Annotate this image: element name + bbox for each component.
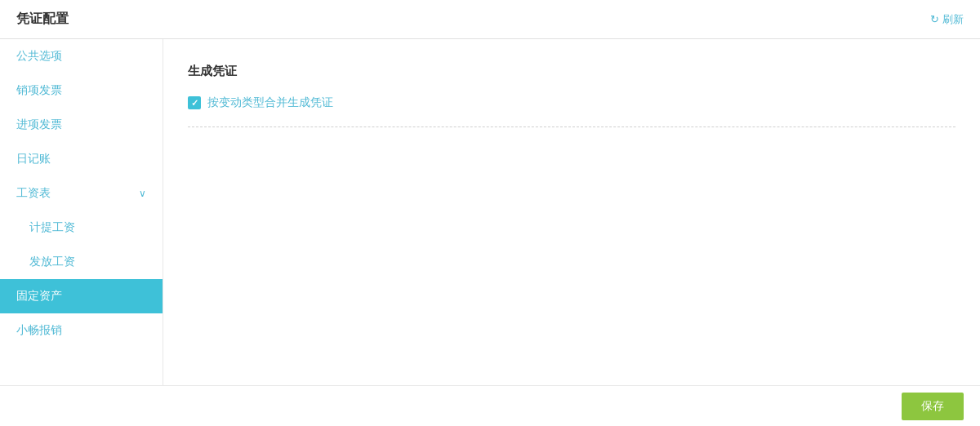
section-title: 生成凭证	[188, 64, 956, 79]
checkbox-row: 按变动类型合并生成凭证	[188, 95, 956, 110]
refresh-button[interactable]: ↻ 刷新	[930, 12, 964, 27]
sidebar-item-public-options[interactable]: 公共选项	[0, 39, 163, 73]
content-area: 生成凭证 按变动类型合并生成凭证	[163, 39, 980, 385]
refresh-label: 刷新	[942, 12, 964, 27]
chevron-down-icon: ∨	[139, 188, 146, 199]
sidebar-item-label: 计提工资	[29, 220, 75, 235]
sidebar-item-label: 进项发票	[16, 118, 62, 132]
page-wrapper: 凭证配置 ↻ 刷新 公共选项销项发票进项发票日记账工资表∨计提工资发放工资固定资…	[0, 0, 980, 426]
save-button[interactable]: 保存	[902, 393, 964, 420]
sidebar: 公共选项销项发票进项发票日记账工资表∨计提工资发放工资固定资产小畅报销	[0, 39, 163, 385]
sidebar-item-label: 小畅报销	[16, 323, 62, 338]
sidebar-item-label: 固定资产	[16, 289, 62, 304]
checkbox-label: 按变动类型合并生成凭证	[207, 95, 333, 110]
sidebar-item-label: 日记账	[16, 152, 51, 166]
main-content: 公共选项销项发票进项发票日记账工资表∨计提工资发放工资固定资产小畅报销 生成凭证…	[0, 39, 980, 385]
sidebar-item-journal[interactable]: 日记账	[0, 142, 163, 176]
refresh-icon: ↻	[930, 13, 939, 25]
sidebar-item-expense-report[interactable]: 小畅报销	[0, 313, 163, 348]
page-title: 凭证配置	[16, 11, 69, 28]
sidebar-item-payroll-calc[interactable]: 计提工资	[0, 211, 163, 245]
header: 凭证配置 ↻ 刷新	[0, 0, 980, 39]
sidebar-item-label: 销项发票	[16, 83, 62, 98]
merge-checkbox[interactable]	[188, 96, 201, 109]
sidebar-item-payroll-issue[interactable]: 发放工资	[0, 245, 163, 279]
sidebar-item-sales-invoice[interactable]: 销项发票	[0, 73, 163, 108]
sidebar-item-fixed-assets[interactable]: 固定资产	[0, 279, 163, 313]
sidebar-item-label: 工资表	[16, 186, 51, 201]
sidebar-item-payroll[interactable]: 工资表∨	[0, 176, 163, 211]
section-divider	[188, 126, 956, 127]
sidebar-item-purchase-invoice[interactable]: 进项发票	[0, 108, 163, 142]
footer: 保存	[0, 385, 980, 426]
sidebar-item-label: 发放工资	[29, 255, 75, 269]
sidebar-item-label: 公共选项	[16, 49, 62, 64]
